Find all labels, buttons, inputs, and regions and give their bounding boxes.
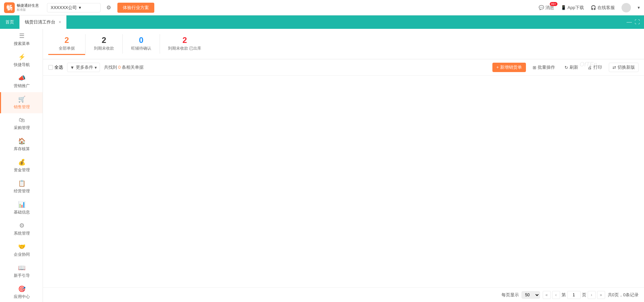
per-page-select[interactable]: 50 100 200 — [522, 291, 540, 299]
stat-all-num: 2 — [64, 36, 69, 45]
total-records: 共0页，0条记录 — [608, 292, 639, 298]
tab-minimize-icon[interactable]: — — [627, 19, 632, 25]
cooperation-icon: 🤝 — [18, 243, 25, 250]
refresh-label: 刷新 — [570, 64, 578, 70]
found-count: 0 — [118, 65, 121, 70]
operation-icon: 📋 — [18, 180, 25, 187]
sidebar-app-center-label: 应用中心 — [14, 294, 30, 300]
company-dropdown-icon: ▾ — [79, 5, 81, 10]
sidebar-search-label: 搜索菜单 — [14, 41, 30, 47]
tab-bar-actions: — ⛶ — [627, 19, 644, 25]
online-support-button[interactable]: 🎧 在线客服 — [591, 5, 615, 11]
tab-active[interactable]: 钱货日清工作台 × — [19, 15, 66, 29]
refresh-button[interactable]: ↻ 刷新 — [562, 63, 581, 72]
page-first-button[interactable]: « — [543, 291, 551, 299]
sidebar-item-app-center[interactable]: 🎯 应用中心 — [0, 282, 43, 302]
tab-close-icon[interactable]: × — [59, 20, 61, 24]
sidebar-item-finance[interactable]: 💰 资金管理 — [0, 155, 43, 176]
print-button[interactable]: 🖨 打印 — [585, 63, 605, 72]
sidebar-basic-info-label: 基础信息 — [14, 209, 30, 215]
switch-version-button[interactable]: ⇄ 切换新版 — [609, 63, 639, 72]
sidebar-marketing-label: 营销推广 — [14, 83, 30, 89]
app-center-icon: 🎯 — [18, 285, 25, 293]
stat-all-label: 全部单据 — [59, 46, 75, 51]
app-download-button[interactable]: 📱 App下载 — [561, 5, 584, 11]
sidebar-item-marketing[interactable]: 📣 营销推广 — [0, 71, 43, 92]
pagination: 每页显示 50 100 200 « ‹ 第 页 › » 共0页，0条记录 — [43, 287, 644, 302]
trial-button[interactable]: 体验行业方案 — [117, 3, 154, 13]
tab-bar: 首页 钱货日清工作台 × — ⛶ — [0, 15, 644, 29]
guide-icon: 📖 — [18, 264, 25, 271]
main-content: 2 全部单据 2 到期未收款 0 旺辅待确认 2 到期未收款 已出库 — [43, 29, 644, 302]
sidebar-item-cooperation[interactable]: 🤝 企业协同 — [0, 240, 43, 261]
checkbox-input[interactable] — [48, 65, 53, 70]
stat-tab-overdue-out[interactable]: 2 到期未收款 已出库 — [160, 33, 209, 55]
stat-tab-all[interactable]: 2 全部单据 — [48, 33, 85, 55]
sidebar-item-quick-nav[interactable]: ⚡ 快捷导航 — [0, 50, 43, 71]
sidebar-item-basic-info[interactable]: 📊 基础信息 — [0, 197, 43, 219]
stat-overdue-label: 到期未收款 — [94, 46, 114, 51]
settings-button[interactable]: ⚙ — [103, 2, 114, 13]
logo-area: 畅 畅捷通好生意 标准版 — [4, 2, 47, 13]
sidebar-guide-label: 新手引导 — [14, 273, 30, 279]
stat-tab-wangwang[interactable]: 0 旺辅待确认 — [123, 33, 160, 55]
page-label: 第 — [561, 292, 566, 298]
filter-dropdown-icon: ▾ — [95, 65, 97, 70]
inventory-icon: 🏠 — [18, 137, 25, 145]
user-avatar[interactable] — [622, 3, 631, 12]
online-support-label: 在线客服 — [597, 5, 615, 11]
message-icon: 💬 — [539, 5, 544, 10]
sidebar-operation-label: 经营管理 — [14, 188, 30, 194]
sidebar-quick-nav-label: 快捷导航 — [14, 62, 30, 68]
switch-label: 切换新版 — [618, 64, 635, 70]
message-button[interactable]: 💬 消息 99+ — [539, 5, 554, 11]
filter-button[interactable]: ▼ 更多条件 ▾ — [67, 63, 100, 72]
sidebar-item-sales[interactable]: 🛒 销售管理 — [0, 92, 43, 113]
pagination-nav: « ‹ 第 页 › » — [543, 291, 605, 299]
tab-maximize-icon[interactable]: ⛶ — [635, 19, 640, 25]
print-label: 打印 — [593, 64, 602, 70]
stat-overdue-out-label: 到期未收款 已出库 — [168, 46, 201, 51]
company-selector[interactable]: XXXXXX公司 ▾ — [47, 3, 101, 12]
sidebar-sales-label: 销售管理 — [14, 104, 30, 110]
tab-active-label: 钱货日清工作台 — [25, 19, 55, 25]
sales-icon: 🛒 — [18, 96, 25, 103]
add-order-button[interactable]: + 新增销货单 — [492, 63, 526, 72]
stats-tabs: 2 全部单据 2 到期未收款 0 旺辅待确认 2 到期未收款 已出库 — [43, 29, 644, 59]
logo-text: 畅捷通好生意 标准版 — [17, 3, 39, 12]
stat-overdue-num: 2 — [102, 36, 106, 45]
app-download-label: App下载 — [568, 5, 584, 11]
support-icon: 🎧 — [591, 5, 596, 10]
sidebar-item-inventory[interactable]: 🏠 库存核算 — [0, 134, 43, 155]
basic-info-icon: 📊 — [18, 201, 25, 208]
sidebar: ☰ 搜索菜单 ⚡ 快捷导航 📣 营销推广 🛒 销售管理 🛍 采购管理 🏠 库存核… — [0, 29, 43, 302]
sidebar-item-operation[interactable]: 📋 经营管理 — [0, 176, 43, 197]
finance-icon: 💰 — [18, 159, 25, 166]
batch-icon: ⊞ — [533, 65, 536, 70]
filter-label: 更多条件 — [76, 64, 93, 70]
header-right: 💬 消息 99+ 📱 App下载 🎧 在线客服 ▾ — [539, 3, 640, 12]
page-last-button[interactable]: » — [597, 291, 605, 299]
user-dropdown[interactable]: ▾ — [638, 5, 640, 10]
sidebar-item-search[interactable]: ☰ 搜索菜单 — [0, 29, 43, 50]
sidebar-cooperation-label: 企业协同 — [14, 252, 30, 257]
sidebar-item-guide[interactable]: 📖 新手引导 — [0, 261, 43, 282]
page-number-input[interactable] — [567, 291, 581, 299]
tab-home[interactable]: 首页 — [0, 15, 19, 29]
batch-label: 批量操作 — [538, 64, 555, 70]
download-icon: 📱 — [561, 5, 566, 10]
toolbar-right: + 新增销货单 ⊞ 批量操作 ↻ 刷新 🖨 打印 ⇄ 切换新版 — [492, 63, 639, 72]
page-prev-button[interactable]: ‹ — [552, 291, 560, 299]
sidebar-item-purchase[interactable]: 🛍 采购管理 — [0, 113, 43, 134]
purchase-icon: 🛍 — [19, 117, 25, 124]
batch-button[interactable]: ⊞ 批量操作 — [530, 63, 558, 72]
select-all-checkbox[interactable]: 全选 — [48, 64, 63, 70]
main-layout: ☰ 搜索菜单 ⚡ 快捷导航 📣 营销推广 🛒 销售管理 🛍 采购管理 🏠 库存核… — [0, 29, 644, 302]
switch-icon: ⇄ — [612, 65, 616, 70]
sidebar-item-system[interactable]: ⚙ 系统管理 — [0, 219, 43, 240]
sidebar-inventory-label: 库存核算 — [14, 146, 30, 152]
page-next-button[interactable]: › — [588, 291, 596, 299]
system-icon: ⚙ — [19, 222, 24, 229]
stat-tab-overdue[interactable]: 2 到期未收款 — [86, 33, 122, 55]
marketing-icon: 📣 — [18, 74, 25, 82]
